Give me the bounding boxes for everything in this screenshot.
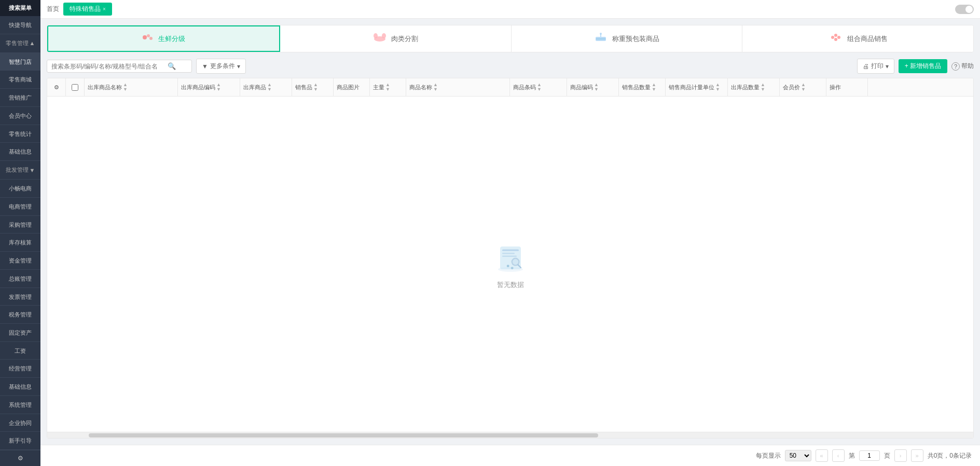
next-page-button[interactable]: ›	[894, 449, 907, 462]
sort-arrows-icon-12[interactable]: ▲▼	[801, 83, 806, 92]
sidebar-item-经营管理[interactable]: 经营管理	[0, 360, 40, 378]
page-number-input[interactable]	[859, 450, 880, 461]
first-page-button[interactable]: «	[816, 449, 828, 462]
th-销售品[interactable]: 销售品 ▲▼	[292, 78, 334, 96]
sort-arrows-icon[interactable]: ▲▼	[123, 83, 128, 92]
active-tab[interactable]: 特殊销售品 ×	[63, 3, 112, 16]
add-label: + 新增销售品	[905, 62, 941, 71]
sidebar-item-电商管理[interactable]: 电商管理	[0, 198, 40, 216]
filter-button[interactable]: ▼ 更多条件 ▾	[196, 59, 246, 74]
print-icon: 🖨	[863, 63, 869, 70]
sort-arrows-icon-6[interactable]: ▲▼	[433, 83, 438, 92]
tab-肉类分割[interactable]: 肉类分割	[280, 25, 512, 52]
search-input[interactable]	[51, 63, 165, 70]
th-商品图片[interactable]: 商品图片	[334, 78, 370, 96]
horizontal-scrollbar[interactable]	[47, 432, 973, 438]
sidebar-item-会员中心[interactable]: 会员中心	[0, 107, 40, 125]
scrollbar-thumb[interactable]	[89, 433, 598, 437]
sidebar-logo[interactable]: 搜索菜单	[0, 0, 40, 16]
sidebar-item-营销推广[interactable]: 营销推广	[0, 89, 40, 107]
sidebar-item-快捷导航[interactable]: 快捷导航	[0, 16, 40, 34]
sidebar-item-库存核算[interactable]: 库存核算	[0, 234, 40, 252]
sort-arrows-icon-5[interactable]: ▲▼	[385, 83, 390, 92]
col-label-销售品: 销售品	[295, 84, 312, 91]
sidebar-item-固定资产[interactable]: 固定资产	[0, 324, 40, 342]
column-settings-icon[interactable]: ⚙	[54, 84, 59, 91]
col-label-出库商品2: 出库商品	[243, 84, 266, 91]
tab-组合商品销售[interactable]: 组合商品销售	[742, 25, 973, 52]
sort-arrows-icon-9[interactable]: ▲▼	[652, 83, 656, 92]
th-出库品数量[interactable]: 出库品数量 ▲▼	[728, 78, 780, 96]
print-arrow-icon: ▾	[886, 63, 889, 70]
add-button[interactable]: + 新增销售品	[899, 59, 947, 73]
th-主量[interactable]: 主量 ▲▼	[370, 78, 406, 96]
sidebar-item-智慧门店[interactable]: 智慧门店	[0, 53, 40, 71]
th-出库商品2[interactable]: 出库商品 ▲▼	[240, 78, 292, 96]
search-icon[interactable]: 🔍	[168, 62, 176, 70]
sidebar-item-税务管理[interactable]: 税务管理	[0, 306, 40, 324]
th-商品名称[interactable]: 商品名称 ▲▼	[406, 78, 510, 96]
sidebar-item-总账管理[interactable]: 总账管理	[0, 270, 40, 288]
sort-arrows-icon-10[interactable]: ▲▼	[715, 83, 720, 92]
th-出库商品名称[interactable]: 出库商品名称 ▲▼	[85, 78, 178, 96]
th-销售品数量[interactable]: 销售品数量 ▲▼	[619, 78, 666, 96]
sidebar-item-发票管理[interactable]: 发票管理	[0, 288, 40, 306]
svg-point-11	[834, 34, 837, 37]
col-label-销售品数量: 销售品数量	[622, 84, 651, 91]
sort-arrows-icon-3[interactable]: ▲▼	[267, 83, 272, 92]
sidebar-item-零售管理[interactable]: 零售管理 ▲	[0, 34, 40, 53]
close-tab-icon[interactable]: ×	[103, 6, 106, 12]
sidebar-item-基础信息-2[interactable]: 基础信息	[0, 378, 40, 396]
empty-state: 暂无数据	[47, 97, 973, 432]
sidebar-item-新手引导[interactable]: 新手引导	[0, 432, 40, 450]
sidebar-item-批发管理[interactable]: 批发管理 ▼	[0, 161, 40, 180]
sidebar-item-工资[interactable]: 工资	[0, 342, 40, 360]
sidebar-item-企业协同[interactable]: 企业协同	[0, 414, 40, 432]
help-button[interactable]: ? 帮助	[951, 62, 974, 71]
th-check[interactable]	[66, 78, 85, 96]
prev-page-button[interactable]: ‹	[832, 449, 845, 462]
th-gear[interactable]: ⚙	[47, 78, 66, 96]
sidebar-item-基础信息-1[interactable]: 基础信息	[0, 143, 40, 161]
tab-生鲜分级[interactable]: 生鲜分级	[47, 25, 280, 52]
tabs-row: 生鲜分级 肉类分割	[47, 25, 974, 52]
sidebar-settings[interactable]: ⚙	[0, 450, 40, 466]
th-商品编码[interactable]: 商品编码 ▲▼	[567, 78, 619, 96]
search-box: 🔍	[47, 60, 192, 73]
th-会员价[interactable]: 会员价 ▲▼	[780, 78, 826, 96]
sort-arrows-icon-2[interactable]: ▲▼	[216, 83, 221, 92]
empty-text: 暂无数据	[497, 280, 524, 290]
user-toggle[interactable]	[955, 5, 974, 14]
print-button[interactable]: 🖨 打印 ▾	[857, 59, 894, 74]
help-label: 帮助	[961, 62, 974, 71]
select-all-checkbox[interactable]	[72, 84, 78, 91]
sort-arrows-icon-8[interactable]: ▲▼	[594, 83, 599, 92]
filter-icon: ▼	[202, 63, 208, 70]
tab-icon-组合商品销售	[829, 33, 843, 45]
th-商品条码[interactable]: 商品条码 ▲▼	[510, 78, 567, 96]
sidebar-item-系统管理[interactable]: 系统管理	[0, 396, 40, 414]
sidebar: 搜索菜单 快捷导航 零售管理 ▲ 智慧门店 零售商城 营销推广 会员中心 零售统…	[0, 0, 40, 466]
sort-arrows-icon-4[interactable]: ▲▼	[313, 83, 318, 92]
per-page-select[interactable]: 10 20 50 100	[785, 450, 811, 461]
tab-称重预包装商品[interactable]: 称重预包装商品	[512, 25, 743, 52]
sidebar-item-零售统计[interactable]: 零售统计	[0, 125, 40, 143]
sort-arrows-icon-7[interactable]: ▲▼	[537, 83, 542, 92]
sort-arrows-icon-11[interactable]: ▲▼	[761, 83, 765, 92]
svg-rect-18	[502, 256, 517, 257]
sidebar-item-小畅电商[interactable]: 小畅电商	[0, 180, 40, 198]
svg-point-2	[149, 37, 153, 40]
sidebar-item-零售商城[interactable]: 零售商城	[0, 71, 40, 89]
sidebar-item-资金管理[interactable]: 资金管理	[0, 252, 40, 270]
th-出库商品编码[interactable]: 出库商品编码 ▲▼	[178, 78, 240, 96]
help-icon: ?	[951, 62, 960, 71]
main-content: 首页 特殊销售品 × 生鲜分级	[40, 0, 980, 466]
tab-icon-肉类分割	[372, 33, 387, 45]
svg-rect-16	[502, 250, 519, 251]
sidebar-item-采购管理[interactable]: 采购管理	[0, 216, 40, 234]
th-销售商品计量单位[interactable]: 销售商品计量单位 ▲▼	[666, 78, 728, 96]
last-page-button[interactable]: »	[911, 449, 923, 462]
home-breadcrumb[interactable]: 首页	[47, 5, 59, 13]
toolbar-left: 🔍 ▼ 更多条件 ▾	[47, 59, 246, 74]
toolbar: 🔍 ▼ 更多条件 ▾ 🖨 打印 ▾ + 新增销售品 ?	[47, 59, 974, 74]
